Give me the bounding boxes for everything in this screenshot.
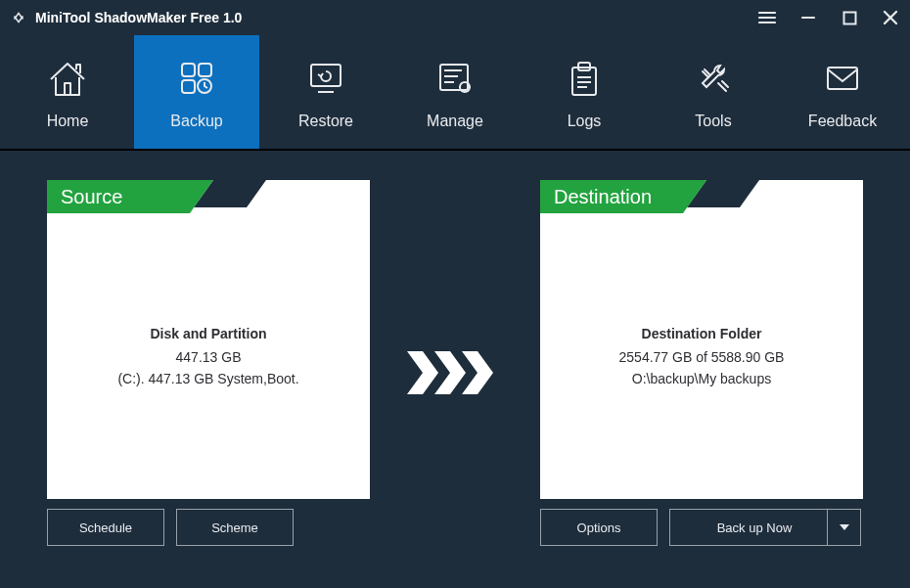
svg-rect-9 bbox=[199, 64, 211, 76]
destination-path: O:\backup\My backups bbox=[632, 371, 771, 386]
svg-rect-8 bbox=[182, 64, 195, 76]
source-type: Disk and Partition bbox=[150, 326, 266, 341]
nav-home[interactable]: Home bbox=[5, 35, 130, 149]
destination-size: 2554.77 GB of 5588.90 GB bbox=[619, 349, 785, 365]
direction-arrow bbox=[370, 180, 540, 565]
svg-rect-10 bbox=[182, 80, 195, 93]
svg-rect-24 bbox=[828, 68, 857, 89]
destination-type: Destination Folder bbox=[642, 326, 762, 341]
nav-label: Manage bbox=[427, 113, 483, 130]
main-nav: Home Backup Restore bbox=[0, 35, 910, 151]
app-logo-icon bbox=[10, 9, 27, 26]
title-bar: MiniTool ShadowMaker Free 1.0 bbox=[0, 0, 910, 35]
caret-down-icon bbox=[840, 524, 849, 530]
nav-label: Tools bbox=[695, 113, 731, 130]
source-detail: (C:). 447.13 GB System,Boot. bbox=[117, 371, 298, 386]
menu-button[interactable] bbox=[753, 0, 781, 35]
backup-now-dropdown[interactable] bbox=[827, 510, 860, 545]
source-buttons: Schedule Scheme bbox=[47, 509, 370, 546]
source-size: 447.13 GB bbox=[176, 349, 242, 365]
destination-panel-body: Destination Folder 2554.77 GB of 5588.90… bbox=[540, 213, 863, 499]
source-panel-body: Disk and Partition 447.13 GB (C:). 447.1… bbox=[47, 213, 370, 499]
destination-column: Destination Destination Folder 2554.77 G… bbox=[540, 180, 863, 565]
source-panel-header: Source bbox=[47, 180, 370, 213]
home-icon bbox=[45, 54, 90, 103]
manage-icon bbox=[432, 54, 478, 103]
source-column: Source Disk and Partition 447.13 GB (C:)… bbox=[47, 180, 370, 565]
nav-manage[interactable]: Manage bbox=[392, 35, 518, 149]
svg-rect-4 bbox=[843, 12, 855, 23]
destination-panel-header: Destination bbox=[540, 180, 863, 213]
destination-header-label: Destination bbox=[540, 180, 706, 213]
workspace: Source Disk and Partition 447.13 GB (C:)… bbox=[0, 151, 910, 588]
nav-label: Feedback bbox=[808, 113, 877, 130]
close-button[interactable] bbox=[877, 0, 904, 35]
source-header-label: Source bbox=[47, 180, 213, 213]
backup-now-button[interactable]: Back up Now bbox=[669, 509, 861, 546]
nav-backup[interactable]: Backup bbox=[134, 35, 259, 149]
svg-rect-12 bbox=[311, 65, 341, 86]
feedback-icon bbox=[820, 54, 865, 103]
source-panel[interactable]: Source Disk and Partition 447.13 GB (C:)… bbox=[47, 180, 370, 499]
nav-label: Home bbox=[47, 113, 89, 130]
backup-icon bbox=[174, 54, 219, 103]
scheme-button[interactable]: Scheme bbox=[176, 509, 294, 546]
svg-rect-7 bbox=[65, 83, 70, 95]
options-button[interactable]: Options bbox=[540, 509, 658, 546]
nav-tools[interactable]: Tools bbox=[651, 35, 776, 149]
backup-now-label: Back up Now bbox=[717, 520, 793, 535]
tools-icon bbox=[691, 54, 736, 103]
destination-panel[interactable]: Destination Destination Folder 2554.77 G… bbox=[540, 180, 863, 499]
app-title: MiniTool ShadowMaker Free 1.0 bbox=[35, 10, 242, 25]
destination-buttons: Options Back up Now bbox=[540, 509, 863, 546]
chevron-right-icon bbox=[401, 343, 509, 402]
nav-feedback[interactable]: Feedback bbox=[780, 35, 905, 149]
maximize-button[interactable] bbox=[836, 0, 863, 35]
nav-restore[interactable]: Restore bbox=[263, 35, 388, 149]
restore-icon bbox=[303, 54, 348, 103]
nav-label: Restore bbox=[298, 113, 353, 130]
minimize-button[interactable] bbox=[795, 0, 822, 35]
nav-label: Backup bbox=[170, 113, 222, 130]
schedule-button[interactable]: Schedule bbox=[47, 509, 164, 546]
nav-logs[interactable]: Logs bbox=[522, 35, 647, 149]
logs-icon bbox=[562, 54, 607, 103]
nav-label: Logs bbox=[568, 113, 602, 130]
